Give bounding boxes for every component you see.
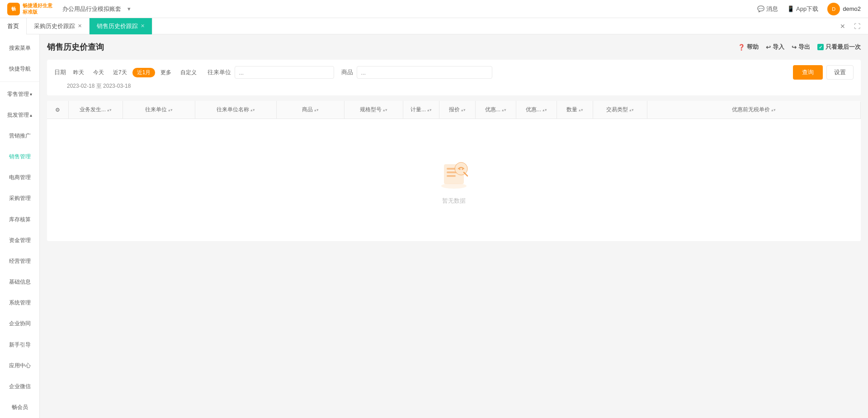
sidebar-item-inventory[interactable]: 库存核算 [0,209,39,230]
th-unit[interactable]: 计量... ▴▾ [403,101,439,119]
expand-button[interactable]: ⛶ [852,21,863,32]
sidebar-item-finance[interactable]: 资金管理 [0,230,39,251]
sort-icon: ▴▾ [461,108,466,112]
table-container: ⚙ 业务发生... ▴▾ 往来单位 ▴▾ 往来单位名称 ▴▾ 商品 ▴▾ [47,101,861,241]
th-discount2[interactable]: 优惠... ▴▾ [516,101,557,119]
sort-icon: ▴▾ [383,108,387,112]
dropdown-icon[interactable]: ▾ [127,5,131,12]
app-title: 办公用品行业模拟账套 [62,5,121,13]
tab-home[interactable]: 首页 [0,18,27,34]
export-icon: ↪ [792,44,797,51]
date-btn-today[interactable]: 今天 [90,68,108,77]
only-last-checkbox[interactable]: ✓ [817,44,824,50]
empty-illustration [436,155,472,191]
sort-icon: ▴▾ [168,108,173,112]
topbar: 畅 畅捷通好生意 标准版 办公用品行业模拟账套 ▾ 💬 消息 📱 App下载 D… [0,0,868,18]
th-partner-name[interactable]: 往来单位名称 ▴▾ [195,101,277,119]
tab-purchase-history[interactable]: 采购历史价跟踪 ✕ [27,18,90,34]
import-icon: ↩ [766,44,771,51]
settings-button[interactable]: 设置 [826,65,854,80]
sidebar-item-system[interactable]: 系统管理 [0,293,39,314]
th-partner-code[interactable]: 往来单位 ▴▾ [123,101,195,119]
sidebar-item-search-menu[interactable]: 搜索菜单 [0,38,39,59]
user-area[interactable]: D demo2 [827,3,861,15]
th-product[interactable]: 商品 ▴▾ [277,101,344,119]
date-filter: 日期 昨天 今天 近7天 近1月 更多 自定义 [54,68,200,77]
product-input[interactable]: ... [357,66,492,79]
sidebar-item-quick-nav[interactable]: 快捷导航 [0,59,39,80]
sidebar-divider [0,81,39,82]
sidebar-item-ecom-mgmt[interactable]: 电商管理 [0,167,39,188]
date-btn-custom[interactable]: 自定义 [177,68,200,77]
avatar: D [827,3,840,15]
page-title-actions: ❓ 帮助 ↩ 导入 ↪ 导出 ✓ 只看最后一次 [738,43,861,51]
query-button[interactable]: 查询 [793,65,823,80]
tab-sales-history[interactable]: 销售历史价跟踪 ✕ [90,18,152,34]
sort-icon: ▴▾ [502,108,506,112]
import-button[interactable]: ↩ 导入 [766,43,784,51]
svg-point-6 [459,169,461,170]
partner-input[interactable]: ... [235,66,334,79]
chevron-up-icon: ▴ [30,113,32,118]
date-btn-1month[interactable]: 近1月 [132,68,156,77]
th-quote[interactable]: 报价 ▴▾ [439,101,476,119]
sort-icon: ▴▾ [427,108,432,112]
chevron-down-icon: ▾ [30,92,32,97]
sidebar-item-enterprise[interactable]: 企业协同 [0,314,39,334]
sidebar-item-wholesale-mgmt[interactable]: 批发管理 ▴ [0,104,39,125]
help-button[interactable]: ❓ 帮助 [738,43,759,51]
sidebar-item-sales-mgmt[interactable]: 销售管理 [0,147,39,167]
sidebar-item-app-center[interactable]: 应用中心 [0,356,39,376]
topbar-right: 💬 消息 📱 App下载 D demo2 [757,3,861,15]
sort-icon: ▴▾ [107,108,112,112]
sidebar-item-guide[interactable]: 新手引导 [0,334,39,355]
date-btn-more[interactable]: 更多 [157,68,175,77]
date-btn-yesterday[interactable]: 昨天 [70,68,88,77]
close-purchase-tab[interactable]: ✕ [78,23,82,29]
sort-icon: ▴▾ [579,108,583,112]
th-settings[interactable]: ⚙ [47,101,69,119]
th-pretax-price[interactable]: 优惠前无税单价 ▴▾ [647,101,861,119]
topbar-left: 畅 畅捷通好生意 标准版 办公用品行业模拟账套 ▾ [7,3,131,15]
page-title-bar: 销售历史价查询 ❓ 帮助 ↩ 导入 ↪ 导出 ✓ 只 [47,42,861,52]
sidebar: 搜索菜单 快捷导航 零售管理 ▾ 批发管理 ▴ 营销推广 销售管理 电商管理 采… [0,34,40,418]
th-spec[interactable]: 规格型号 ▴▾ [344,101,403,119]
th-trade-type[interactable]: 交易类型 ▴▾ [593,101,647,119]
sort-icon: ▴▾ [771,108,776,112]
th-discount1[interactable]: 优惠... ▴▾ [476,101,516,119]
message-icon: 💬 [757,5,764,12]
empty-text: 暂无数据 [442,197,466,205]
th-qty[interactable]: 数量 ▴▾ [557,101,593,119]
svg-point-5 [455,162,467,175]
export-button[interactable]: ↪ 导出 [792,43,810,51]
table-header: ⚙ 业务发生... ▴▾ 往来单位 ▴▾ 往来单位名称 ▴▾ 商品 ▴▾ [47,101,861,119]
sidebar-item-purchase-mgmt[interactable]: 采购管理 [0,188,39,209]
help-icon: ❓ [738,44,745,51]
sort-icon: ▴▾ [250,108,255,112]
th-biz-date[interactable]: 业务发生... ▴▾ [69,101,123,119]
sidebar-item-marketing[interactable]: 营销推广 [0,126,39,147]
close-sales-tab[interactable]: ✕ [141,23,145,29]
svg-point-7 [462,169,463,170]
gear-icon: ⚙ [55,107,60,113]
sidebar-item-operations[interactable]: 经营管理 [0,251,39,272]
date-range-display: 2023-02-18 至 2023-03-18 [67,82,854,90]
close-tab-button[interactable]: ✕ [837,21,848,32]
content-area: 销售历史价查询 ❓ 帮助 ↩ 导入 ↪ 导出 ✓ 只 [40,34,868,418]
tabbar: 首页 采购历史价跟踪 ✕ 销售历史价跟踪 ✕ ✕ ⛶ [0,18,868,34]
svg-rect-4 [447,175,456,177]
date-buttons: 昨天 今天 近7天 近1月 更多 自定义 [70,68,200,77]
filter-row: 日期 昨天 今天 近7天 近1月 更多 自定义 往来单位 ... [54,65,854,80]
sidebar-item-basic-info[interactable]: 基础信息 [0,272,39,293]
message-button[interactable]: 💬 消息 [757,5,778,13]
sidebar-item-enterprise-wechat[interactable]: 企业微信 [0,376,39,397]
filter-actions: 查询 设置 [793,65,854,80]
sidebar-item-retail-mgmt[interactable]: 零售管理 ▾ [0,84,39,104]
app-download-button[interactable]: 📱 App下载 [787,5,818,13]
partner-filter: 往来单位 ... [208,66,334,79]
page-title: 销售历史价查询 [47,42,104,52]
date-btn-7days[interactable]: 近7天 [109,68,131,77]
sidebar-item-member[interactable]: 畅会员 [0,397,39,418]
only-last-checkbox-label[interactable]: ✓ 只看最后一次 [817,43,861,51]
logo-icon: 畅 [7,3,20,15]
